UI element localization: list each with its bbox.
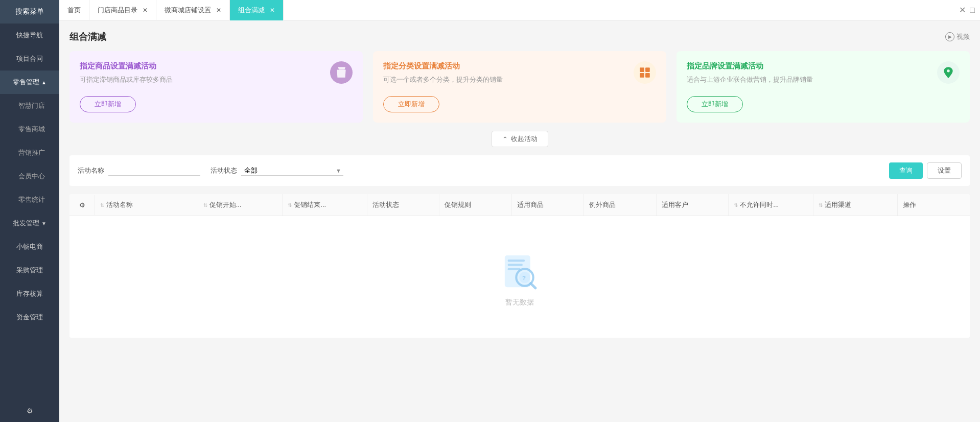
tab-wechat-settings-close[interactable]: ✕ <box>216 0 221 20</box>
tab-home-label: 首页 <box>67 0 81 20</box>
sort-channel-icon[interactable]: ⇅ <box>819 202 823 208</box>
sidebar-item-wholesale[interactable]: 批发管理 <box>0 212 59 235</box>
th-customer: 适用客户 <box>657 194 729 216</box>
table-wrapper: ⚙ ⇅ 活动名称 ⇅ 促销开始... ⇅ 促销结束... 活动状态 <box>69 194 970 338</box>
svg-rect-5 <box>508 260 525 262</box>
collapse-row: ⌃ 收起活动 <box>69 131 970 147</box>
main-area: 首页 门店商品目录 ✕ 微商城店铺设置 ✕ 组合满减 ✕ ✕ □ 组合满减 ▶ … <box>59 0 980 422</box>
card-category: 指定分类设置满减活动 可选一个或者多个分类，提升分类的销量 立即新增 <box>373 51 666 123</box>
cards-row: 指定商品设置满减活动 可指定滞销商品或库存较多商品 立即新增 指定分类设置满减活… <box>69 51 970 123</box>
card-brand-desc: 适合与上游企业联合做营销，提升品牌销量 <box>687 75 960 88</box>
collapse-icon: ⌃ <box>502 135 508 143</box>
card-product-desc: 可指定滞销商品或库存较多商品 <box>80 75 353 88</box>
svg-rect-7 <box>508 268 521 270</box>
sidebar-settings[interactable]: ⚙ <box>0 400 59 422</box>
sort-start-icon[interactable]: ⇅ <box>203 202 207 208</box>
svg-rect-1 <box>645 67 650 72</box>
sidebar: 搜索菜单 快捷导航 项目合同 零售管理 智慧门店 零售商城 营销推广 会员中心 … <box>0 0 59 422</box>
sidebar-item-retail-management[interactable]: 零售管理 <box>0 71 59 94</box>
filter-status-label: 活动状态 <box>211 166 237 175</box>
page-header: 组合满减 ▶ 视频 <box>69 31 970 43</box>
tab-home[interactable]: 首页 <box>59 0 89 20</box>
play-icon: ▶ <box>945 32 954 41</box>
card-product-btn[interactable]: 立即新增 <box>80 96 136 112</box>
svg-line-10 <box>531 284 535 288</box>
th-goods: 适用商品 <box>512 194 584 216</box>
query-button[interactable]: 查询 <box>889 162 923 179</box>
sidebar-search[interactable]: 搜索菜单 <box>0 0 59 24</box>
filter-name-group: 活动名称 <box>78 166 200 176</box>
filter-status-wrapper: 全部 进行中 已结束 未开始 ▼ <box>241 166 343 176</box>
card-product-icon <box>330 61 353 84</box>
tab-combo-discount-close[interactable]: ✕ <box>270 0 275 20</box>
window-maximize-icon[interactable]: □ <box>970 6 975 15</box>
sidebar-item-marketing[interactable]: 营销推广 <box>0 141 59 165</box>
filter-row: 活动名称 活动状态 全部 进行中 已结束 未开始 ▼ 查询 设置 <box>69 155 970 186</box>
empty-state: ? 暂无数据 <box>69 216 970 338</box>
th-name: ⇅ 活动名称 <box>95 194 198 216</box>
th-start: ⇅ 促销开始... <box>198 194 283 216</box>
card-category-icon <box>634 61 656 84</box>
svg-rect-6 <box>508 264 523 266</box>
filter-name-label: 活动名称 <box>78 166 104 175</box>
card-brand-icon <box>937 61 960 84</box>
th-settings[interactable]: ⚙ <box>69 195 95 215</box>
card-category-btn[interactable]: 立即新增 <box>383 96 439 112</box>
tab-combo-discount[interactable]: 组合满减 ✕ <box>230 0 284 20</box>
sidebar-item-xiaochangec[interactable]: 小畅电商 <box>0 235 59 259</box>
th-status: 活动状态 <box>367 194 439 216</box>
svg-rect-0 <box>640 67 644 72</box>
filter-status-select[interactable]: 全部 进行中 已结束 未开始 <box>241 166 343 176</box>
sidebar-item-retail-stats[interactable]: 零售统计 <box>0 188 59 212</box>
th-rule: 促销规则 <box>439 194 511 216</box>
empty-illustration: ? <box>494 247 545 298</box>
svg-rect-2 <box>640 73 644 78</box>
th-channel: ⇅ 适用渠道 <box>813 194 898 216</box>
tab-combo-discount-label: 组合满减 <box>238 0 265 20</box>
sidebar-item-purchase[interactable]: 采购管理 <box>0 259 59 282</box>
tab-wechat-settings[interactable]: 微商城店铺设置 ✕ <box>156 0 230 20</box>
card-product: 指定商品设置满减活动 可指定滞销商品或库存较多商品 立即新增 <box>69 51 363 123</box>
sidebar-item-smart-store[interactable]: 智慧门店 <box>0 94 59 118</box>
card-brand-title: 指定品牌设置满减活动 <box>687 61 960 71</box>
content-area: 组合满减 ▶ 视频 指定商品设置满减活动 可指定滞销商品或库存较多商品 立即新增 <box>59 20 980 422</box>
tab-store-catalog[interactable]: 门店商品目录 ✕ <box>89 0 156 20</box>
settings-icon: ⚙ <box>79 201 85 209</box>
tab-wechat-settings-label: 微商城店铺设置 <box>165 0 211 20</box>
card-brand-btn[interactable]: 立即新增 <box>687 96 743 112</box>
sort-icon[interactable]: ⇅ <box>100 202 104 208</box>
table-header: ⚙ ⇅ 活动名称 ⇅ 促销开始... ⇅ 促销结束... 活动状态 <box>69 194 970 216</box>
card-product-title: 指定商品设置满减活动 <box>80 61 353 71</box>
card-category-desc: 可选一个或者多个分类，提升分类的销量 <box>383 75 656 88</box>
sidebar-item-project-contract[interactable]: 项目合同 <box>0 47 59 71</box>
card-category-title: 指定分类设置满减活动 <box>383 61 656 71</box>
tab-bar-actions: ✕ □ <box>959 5 980 15</box>
empty-text: 暂无数据 <box>505 298 534 307</box>
window-close-icon[interactable]: ✕ <box>959 5 966 15</box>
settings-button[interactable]: 设置 <box>927 162 962 179</box>
tab-store-catalog-close[interactable]: ✕ <box>143 0 148 20</box>
th-notallow: ⇅ 不允许同时... <box>729 194 813 216</box>
svg-text:?: ? <box>522 274 526 281</box>
sort-end-icon[interactable]: ⇅ <box>288 202 292 208</box>
tab-store-catalog-label: 门店商品目录 <box>98 0 137 20</box>
sidebar-item-membership[interactable]: 会员中心 <box>0 165 59 188</box>
sort-notallow-icon[interactable]: ⇅ <box>734 202 738 208</box>
sidebar-item-quick-nav[interactable]: 快捷导航 <box>0 24 59 47</box>
svg-rect-3 <box>645 73 650 78</box>
tab-bar: 首页 门店商品目录 ✕ 微商城店铺设置 ✕ 组合满减 ✕ ✕ □ <box>59 0 980 20</box>
video-label: 视频 <box>956 32 970 41</box>
sidebar-item-inventory[interactable]: 库存核算 <box>0 282 59 306</box>
collapse-button[interactable]: ⌃ 收起活动 <box>492 131 548 147</box>
page-title: 组合满减 <box>69 31 106 43</box>
gear-icon: ⚙ <box>27 407 33 415</box>
sidebar-item-retail-mall[interactable]: 零售商城 <box>0 118 59 141</box>
filter-name-input[interactable] <box>108 166 200 176</box>
th-ops: 操作 <box>898 194 969 216</box>
th-end: ⇅ 促销结束... <box>283 194 367 216</box>
collapse-label: 收起活动 <box>511 134 538 144</box>
filter-status-group: 活动状态 全部 进行中 已结束 未开始 ▼ <box>211 166 343 176</box>
video-button[interactable]: ▶ 视频 <box>945 32 970 41</box>
sidebar-item-finance[interactable]: 资金管理 <box>0 306 59 329</box>
filter-actions: 查询 设置 <box>889 162 962 179</box>
